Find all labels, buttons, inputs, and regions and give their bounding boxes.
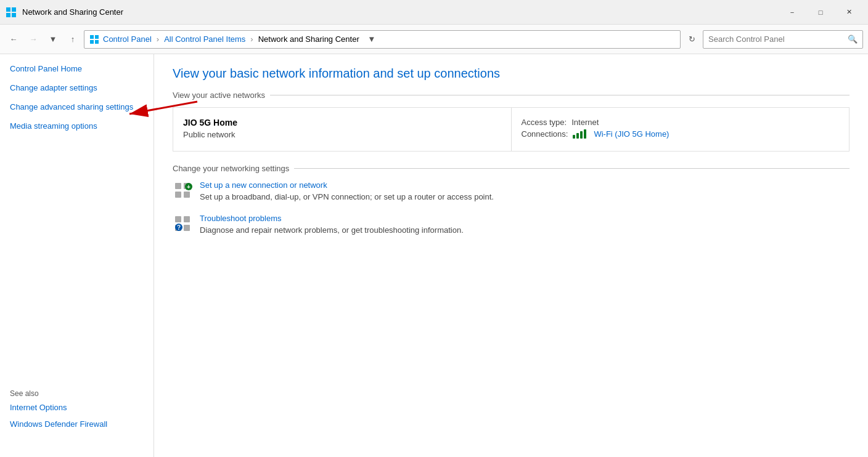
recent-locations-button[interactable]: ▼	[44, 31, 62, 48]
section-divider-2	[294, 168, 850, 169]
active-networks-header: View your active networks	[173, 91, 850, 100]
svg-rect-14	[175, 216, 181, 222]
sidebar-firewall[interactable]: Windows Defender Firewall	[0, 417, 154, 431]
networking-settings-label: Change your networking settings	[173, 164, 289, 173]
minimize-button[interactable]: −	[778, 2, 806, 22]
titlebar: Network and Sharing Center − □ ✕	[0, 0, 868, 25]
window-controls: − □ ✕	[778, 2, 863, 22]
access-type-value: Internet	[571, 118, 599, 127]
svg-rect-1	[12, 7, 16, 12]
connections-row: Connections: Wi-Fi (JIO 5G Home)	[522, 129, 840, 139]
svg-rect-3	[12, 13, 16, 17]
app-icon	[5, 6, 17, 18]
connections-label: Connections:	[522, 129, 568, 139]
search-box[interactable]: 🔍	[703, 30, 863, 49]
svg-rect-17	[184, 225, 190, 231]
troubleshoot-item: ? Troubleshoot problems Diagnose and rep…	[173, 214, 850, 235]
svg-text:+: +	[187, 184, 190, 190]
svg-rect-8	[175, 183, 181, 189]
troubleshoot-link[interactable]: Troubleshoot problems	[200, 214, 464, 223]
network-name: JIO 5G Home	[183, 118, 501, 127]
new-connection-text: Set up a new connection or network Set u…	[200, 180, 494, 201]
svg-rect-10	[175, 192, 181, 198]
addressbar: ← → ▼ ↑ Control Panel › All Control Pane…	[0, 25, 868, 54]
network-right-panel: Access type: Internet Connections: Wi-Fi…	[512, 108, 850, 151]
address-dropdown-button[interactable]: ▼	[363, 30, 380, 49]
wifi-bars-icon	[573, 129, 586, 139]
access-type-label: Access type:	[522, 118, 567, 127]
network-type: Public network	[183, 130, 501, 139]
troubleshoot-desc: Diagnose and repair network problems, or…	[200, 225, 464, 235]
troubleshoot-icon: ?	[173, 214, 192, 233]
sidebar-internet-options[interactable]: Internet Options	[0, 400, 154, 415]
svg-rect-2	[6, 13, 10, 17]
separator1: ›	[157, 34, 159, 44]
section-divider-1	[270, 95, 850, 95]
sidebar-change-adapter[interactable]: Change adapter settings	[0, 81, 154, 95]
new-connection-icon: +	[173, 180, 192, 200]
svg-rect-4	[90, 35, 94, 39]
breadcrumb-current: Network and Sharing Center	[258, 34, 359, 44]
svg-rect-11	[184, 192, 190, 198]
up-button[interactable]: ↑	[64, 31, 81, 48]
svg-rect-5	[95, 35, 99, 39]
new-connection-desc: Set up a broadband, dial-up, or VPN conn…	[200, 192, 494, 201]
network-left-panel: JIO 5G Home Public network	[173, 108, 512, 151]
separator2: ›	[250, 34, 253, 44]
network-info-card: JIO 5G Home Public network Access type: …	[173, 107, 850, 152]
refresh-button[interactable]: ↻	[683, 30, 700, 49]
svg-text:?: ?	[177, 224, 181, 231]
active-networks-label: View your active networks	[173, 91, 265, 100]
svg-rect-6	[90, 40, 94, 44]
troubleshoot-text: Troubleshoot problems Diagnose and repai…	[200, 214, 464, 235]
address-box[interactable]: Control Panel › All Control Panel Items …	[84, 30, 681, 49]
search-input[interactable]	[708, 34, 845, 44]
access-type-row: Access type: Internet	[522, 118, 840, 127]
breadcrumb-control-panel[interactable]: Control Panel	[103, 34, 152, 44]
svg-rect-15	[184, 216, 190, 222]
sidebar-control-panel-home[interactable]: Control Panel Home	[0, 62, 154, 76]
sidebar: Control Panel Home Change adapter settin…	[0, 54, 154, 457]
networking-settings-header: Change your networking settings	[173, 164, 850, 173]
sidebar-media-streaming[interactable]: Media streaming options	[0, 119, 154, 133]
new-connection-item: + Set up a new connection or network Set…	[173, 180, 850, 201]
see-also-label: See also	[0, 379, 154, 400]
back-button[interactable]: ←	[5, 31, 22, 48]
content-area: View your basic network information and …	[154, 54, 868, 457]
path-icon	[89, 34, 99, 44]
forward-button[interactable]: →	[25, 31, 42, 48]
close-button[interactable]: ✕	[835, 2, 863, 22]
svg-rect-0	[6, 7, 10, 12]
wifi-connection-link[interactable]: Wi-Fi (JIO 5G Home)	[594, 129, 669, 139]
maximize-button[interactable]: □	[806, 2, 835, 22]
page-title: View your basic network information and …	[173, 67, 850, 81]
main-container: Control Panel Home Change adapter settin…	[0, 54, 868, 457]
new-connection-link[interactable]: Set up a new connection or network	[200, 180, 494, 190]
sidebar-change-advanced[interactable]: Change advanced sharing settings	[0, 100, 154, 114]
svg-rect-7	[95, 40, 99, 44]
window-title: Network and Sharing Center	[22, 7, 123, 17]
search-icon: 🔍	[848, 34, 858, 44]
breadcrumb-all-items[interactable]: All Control Panel Items	[164, 34, 245, 44]
